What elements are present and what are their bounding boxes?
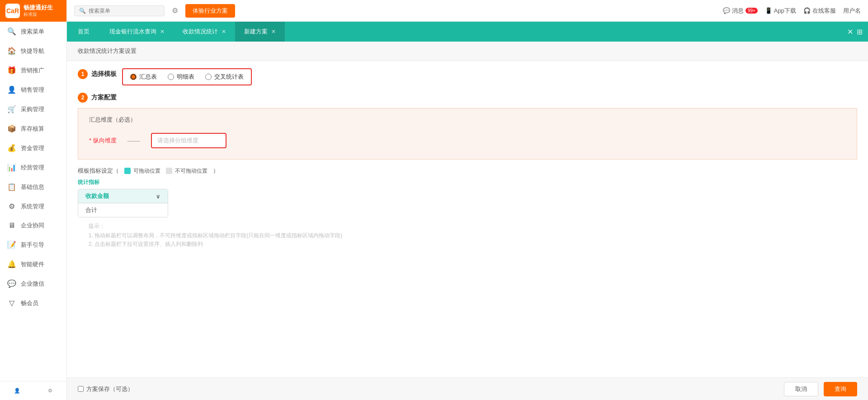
- industry-solution-button[interactable]: 体验行业方案: [185, 4, 235, 18]
- sidebar-item-quicknav[interactable]: 🏠 快捷导航: [0, 41, 66, 61]
- sidebar-item-hardware[interactable]: 🔔 智能硬件: [0, 254, 66, 274]
- dimension-row: * 纵向维度 —— 请选择分组维度: [89, 129, 846, 152]
- main-area: 🔍 ⚙ 体验行业方案 💬 消息 99+ 📱 App下载 🎧 在线客服 用户名: [67, 0, 868, 400]
- close-newplan-icon[interactable]: ✕: [271, 28, 276, 35]
- sidebar: CaR 畅捷通好生 标准版 🔍 搜索菜单 🏠 快捷导航 🎁 营销推广 👤 销售管…: [0, 0, 67, 400]
- minimize-icon[interactable]: ✕: [847, 28, 853, 36]
- sidebar-item-search[interactable]: 🔍 搜索菜单: [0, 22, 66, 41]
- topbar: 🔍 ⚙ 体验行业方案 💬 消息 99+ 📱 App下载 🎧 在线客服 用户名: [67, 0, 868, 22]
- list-icon: 📋: [7, 183, 16, 191]
- metrics-table: 收款金额 ∨ 合计: [78, 189, 168, 217]
- messages-action[interactable]: 💬 消息 99+: [723, 7, 758, 15]
- hint-item-2: 2. 点击标题栏下拉可设置排序、插入列和删除列: [89, 240, 846, 248]
- metrics-label-row: 模板指标设定（ 可拖动位置 不可拖动位置 ）: [78, 167, 857, 175]
- search-box[interactable]: 🔍: [74, 5, 165, 16]
- sidebar-item-member[interactable]: ▽ 畅会员: [0, 293, 66, 313]
- logo-badge: 标准版: [24, 11, 53, 18]
- radio-detail[interactable]: 明细表: [168, 73, 194, 81]
- sidebar-item-purchase[interactable]: 🛒 采购管理: [0, 99, 66, 119]
- page-breadcrumb: 收款情况统计方案设置: [67, 42, 868, 61]
- logo-text: 畅捷通好生: [24, 4, 53, 11]
- query-button[interactable]: 查询: [824, 382, 857, 396]
- messages-badge: 99+: [745, 8, 758, 14]
- message-icon: 💬: [723, 7, 730, 14]
- radio-cross[interactable]: 交叉统计表: [205, 73, 244, 81]
- radio-cross-input[interactable]: [205, 74, 212, 80]
- close-collection-icon[interactable]: ✕: [222, 28, 226, 35]
- guide-icon: 📝: [7, 240, 16, 249]
- dimension-section-title: 汇总维度（必选）: [89, 116, 846, 124]
- radio-summary[interactable]: 汇总表: [130, 73, 157, 81]
- box-icon: 📦: [7, 124, 16, 133]
- save-option-row: 方案保存（可选）: [78, 385, 133, 393]
- member-icon: ▽: [7, 299, 16, 307]
- logo-icon: CaR: [5, 4, 20, 18]
- sidebar-item-wechat[interactable]: 💬 企业微信: [0, 274, 66, 293]
- dimension-select[interactable]: 请选择分组维度: [151, 133, 226, 148]
- sidebar-item-inventory[interactable]: 📦 库存核算: [0, 119, 66, 138]
- settings-icon[interactable]: ⚙: [172, 6, 178, 15]
- download-action[interactable]: 📱 App下载: [765, 7, 796, 15]
- sidebar-bottom-left[interactable]: 👤: [9, 385, 25, 396]
- hint-item-1: 1. 拖动标题栏可以调整布局，不可跨维度或指标区域拖动栏目字段(只能在同一维度或…: [89, 232, 846, 240]
- step2-circle: 2: [78, 93, 88, 103]
- sidebar-bottom: 👤 ⚙: [0, 381, 66, 400]
- step1-label: 1 选择模板: [78, 69, 117, 79]
- gift-icon: 🎁: [7, 66, 16, 75]
- topbar-actions: 💬 消息 99+ 📱 App下载 🎧 在线客服 用户名: [723, 7, 861, 15]
- radio-detail-input[interactable]: [168, 74, 174, 80]
- support-icon: 🎧: [803, 7, 811, 14]
- step1-section: 1 选择模板 汇总表 明细表: [67, 61, 868, 93]
- step2-section: 2 方案配置 汇总维度（必选） * 纵向维度 —— 请选择分组维度: [67, 93, 868, 264]
- hint-section: 提示： 1. 拖动标题栏可以调整布局，不可跨维度或指标区域拖动栏目字段(只能在同…: [78, 219, 857, 256]
- tab-cashflow[interactable]: 现金银行流水查询 ✕: [100, 22, 174, 42]
- save-checkbox[interactable]: [78, 386, 84, 392]
- tab-home[interactable]: 首页: [67, 22, 100, 42]
- bell-icon: 🔔: [7, 260, 16, 268]
- template-options: 汇总表 明细表 交叉统计表: [122, 68, 252, 85]
- sidebar-item-marketing[interactable]: 🎁 营销推广: [0, 61, 66, 80]
- search-icon: 🔍: [7, 27, 16, 36]
- chart-icon: 📊: [7, 163, 16, 172]
- close-cashflow-icon[interactable]: ✕: [160, 28, 165, 35]
- sidebar-item-finance[interactable]: 💰 资金管理: [0, 138, 66, 158]
- arrow-icon: ——: [127, 137, 140, 144]
- download-icon: 📱: [765, 7, 772, 14]
- support-action[interactable]: 🎧 在线客服: [803, 7, 836, 15]
- movable-indicator: 可拖动位置: [124, 167, 160, 175]
- content-inner: 收款情况统计方案设置 1 选择模板 汇总表: [67, 42, 868, 377]
- chat-icon: 💬: [7, 279, 16, 288]
- content-area: 收款情况统计方案设置 1 选择模板 汇总表: [67, 42, 868, 400]
- sidebar-logo: CaR 畅捷通好生 标准版: [0, 0, 66, 22]
- hint-title: 提示：: [89, 222, 846, 230]
- sidebar-item-newbie[interactable]: 📝 新手引导: [0, 235, 66, 254]
- fixed-indicator: 不可拖动位置: [166, 167, 208, 175]
- step2-title: 2 方案配置: [78, 93, 857, 103]
- monitor-icon: 🖥: [7, 221, 16, 230]
- tab-new-plan[interactable]: 新建方案 ✕: [235, 22, 285, 42]
- sidebar-item-system[interactable]: ⚙ 系统管理: [0, 197, 66, 216]
- metrics-table-area: 统计指标 收款金额 ∨ 合计: [78, 179, 857, 219]
- user-profile[interactable]: 用户名: [843, 7, 861, 15]
- metrics-section: 模板指标设定（ 可拖动位置 不可拖动位置 ） 统计指标: [78, 167, 857, 219]
- cancel-button[interactable]: 取消: [784, 382, 818, 396]
- metrics-header[interactable]: 收款金额 ∨: [78, 189, 168, 203]
- sidebar-item-management[interactable]: 📊 经营管理: [0, 158, 66, 177]
- sidebar-item-sales[interactable]: 👤 销售管理: [0, 80, 66, 99]
- sidebar-item-basicinfo[interactable]: 📋 基础信息: [0, 177, 66, 197]
- dimension-config-area: 汇总维度（必选） * 纵向维度 —— 请选择分组维度: [78, 108, 857, 160]
- tab-collection-stats[interactable]: 收款情况统计 ✕: [174, 22, 235, 42]
- expand-icon[interactable]: ⊞: [857, 28, 863, 36]
- sidebar-bottom-right[interactable]: ⚙: [43, 385, 57, 396]
- search-input[interactable]: [89, 8, 160, 14]
- money-icon: 💰: [7, 144, 16, 152]
- metrics-total-row: 合计: [78, 203, 168, 217]
- metrics-section-label: 统计指标: [78, 179, 857, 186]
- radio-summary-input[interactable]: [130, 74, 137, 80]
- footer-actions: 取消 查询: [784, 382, 857, 396]
- chevron-down-icon: ∨: [156, 193, 160, 200]
- fixed-box: [166, 168, 172, 174]
- step1-circle: 1: [78, 69, 88, 79]
- sidebar-item-collaboration[interactable]: 🖥 企业协同: [0, 216, 66, 235]
- vertical-dimension-label: * 纵向维度: [89, 136, 117, 145]
